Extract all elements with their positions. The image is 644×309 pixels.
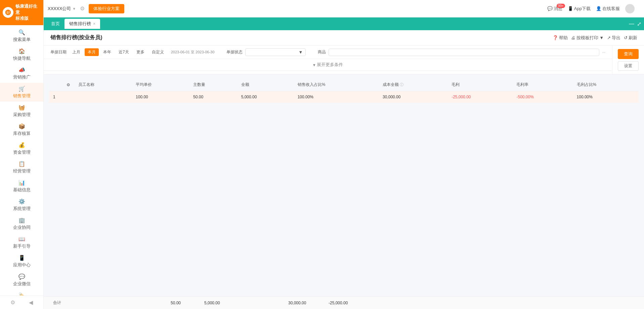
- table-body: 1 100.00 50.00 5,000.00 100.00% 30,000.0…: [49, 91, 639, 103]
- footer-label: 合计: [49, 300, 167, 306]
- sidebar-item-system[interactable]: ⚙️系统管理: [0, 196, 43, 214]
- col-qty: 主数量: [189, 79, 237, 91]
- query-side: 查询 设置: [612, 46, 644, 74]
- date-btn-custom[interactable]: 自定义: [149, 48, 167, 56]
- sidebar-icon-system: ⚙️: [18, 198, 25, 205]
- sidebar-icon-enterprise: 🏢: [18, 217, 25, 223]
- cell-settings: [62, 91, 74, 103]
- date-btn-last-month[interactable]: 上月: [69, 48, 83, 56]
- company-name: XXXXX公司: [48, 6, 71, 12]
- table-row: 1 100.00 50.00 5,000.00 100.00% 30,000.0…: [49, 91, 639, 103]
- sidebar-item-inventory[interactable]: 📦库存核算: [0, 120, 43, 139]
- tab-sales-ranking[interactable]: 销售排行榜 ×: [65, 19, 100, 29]
- status-label: 单据状态: [226, 49, 243, 55]
- query-button[interactable]: 查询: [618, 49, 639, 59]
- sidebar-icon-operations: 📋: [18, 161, 25, 167]
- template-print-btn[interactable]: 🖨 按模板打印 ▼: [571, 35, 604, 41]
- sidebar-label-system: 系统管理: [13, 206, 31, 212]
- print-dropdown-icon: ▼: [599, 35, 604, 40]
- sidebar-footer: ⚙ ◀: [0, 296, 43, 309]
- expand-more-btn[interactable]: ▾ 展开更多条件: [309, 60, 347, 69]
- tab-label: 销售排行榜: [69, 21, 91, 27]
- status-filter: 单据状态 ▼: [226, 48, 306, 56]
- sidebar-label-operations: 经营管理: [13, 168, 31, 174]
- sidebar-icon-marketing: 📣: [18, 67, 25, 73]
- goods-more-icon[interactable]: ···: [602, 50, 605, 55]
- export-btn[interactable]: ↗ 导出: [607, 35, 620, 41]
- company-selector[interactable]: XXXXX公司 ▼: [48, 6, 76, 12]
- cell-employee: [74, 91, 132, 103]
- settings-footer-icon[interactable]: ⚙: [10, 299, 15, 306]
- content-area: 销售排行榜(按业务员) ❓ 帮助 🖨 按模板打印 ▼ ↗ 导出 ↺ 刷新: [44, 30, 644, 309]
- refresh-btn[interactable]: ↺ 刷新: [624, 35, 637, 41]
- collapse-icon[interactable]: ◀: [29, 299, 33, 306]
- col-avg-price: 平均单价: [132, 79, 189, 91]
- sidebar-item-guide[interactable]: 📖新手引导: [0, 233, 43, 252]
- settings-button[interactable]: 设置: [618, 61, 639, 71]
- help-icon: ❓: [553, 35, 558, 40]
- minimize-icon[interactable]: —: [629, 21, 634, 27]
- cell-gross-profit: -25,000.00: [447, 91, 512, 103]
- sidebar-item-operations[interactable]: 📋经营管理: [0, 158, 43, 177]
- sidebar-item-purchase[interactable]: 🧺采购管理: [0, 102, 43, 120]
- page-actions: ❓ 帮助 🖨 按模板打印 ▼ ↗ 导出 ↺ 刷新: [553, 35, 637, 41]
- sidebar-item-weixin[interactable]: 💬企业微信: [0, 271, 43, 290]
- date-label: 单据日期: [50, 49, 67, 55]
- main-area: XXXXX公司 ▼ ⚙ 体验行业方案 💬 消息 99+ 📱 App下载 👤 在线…: [44, 0, 644, 309]
- sidebar-item-quick-nav[interactable]: 🏠快捷导航: [0, 45, 43, 64]
- sidebar-item-marketing[interactable]: 📣营销推广: [0, 64, 43, 83]
- col-gross-profit: 毛利: [447, 79, 512, 91]
- date-btn-this-month[interactable]: 本月: [85, 48, 99, 56]
- sidebar-item-finance[interactable]: 💰资金管理: [0, 139, 43, 158]
- status-dropdown-icon: ▼: [298, 50, 303, 55]
- help-btn[interactable]: ❓ 帮助: [553, 35, 568, 41]
- status-select[interactable]: ▼: [245, 48, 306, 56]
- sidebar-item-search[interactable]: 🔍搜索菜单: [0, 27, 43, 45]
- sidebar-label-enterprise: 企业协同: [13, 224, 31, 230]
- sidebar-label-search: 搜索菜单: [13, 37, 31, 43]
- goods-label: 商品: [318, 49, 326, 55]
- tab-home[interactable]: 首页: [46, 18, 65, 30]
- date-btn-7days[interactable]: 近7天: [116, 48, 132, 56]
- col-settings[interactable]: ⚙: [62, 79, 74, 91]
- maximize-icon[interactable]: ⤢: [637, 21, 641, 27]
- avatar[interactable]: [625, 4, 635, 13]
- sidebar-item-sales[interactable]: 🛒销售管理: [0, 83, 43, 102]
- svg-text:好: 好: [6, 10, 10, 14]
- goods-filter: 商品 ···: [318, 49, 605, 56]
- col-cost: 成本全额 ⓘ: [379, 79, 447, 91]
- table-wrap: ⚙ 员工名称 平均单价 主数量 全额 销售收入占比% 成本全额 ⓘ 毛利 毛利率…: [44, 74, 644, 296]
- sidebar-label-marketing: 营销推广: [13, 74, 31, 80]
- goods-input[interactable]: [329, 49, 599, 56]
- col-gross-pct: 毛利占比%: [573, 79, 639, 91]
- sidebar-item-enterprise[interactable]: 🏢企业协同: [0, 214, 43, 233]
- topbar-settings-icon[interactable]: ⚙: [80, 5, 85, 12]
- service-btn[interactable]: 👤 在线客服: [596, 6, 620, 12]
- date-range-display: 2023-06-01 至 2023-06-30: [171, 50, 215, 55]
- sidebar-icon-search: 🔍: [18, 29, 25, 36]
- date-btn-this-year[interactable]: 本年: [100, 48, 114, 56]
- sidebar-item-app-center[interactable]: 📱应用中心: [0, 252, 43, 271]
- app-download-btn[interactable]: 📱 App下载: [568, 6, 591, 12]
- sidebar-label-inventory: 库存核算: [13, 131, 31, 137]
- sidebar-icon-inventory: 📦: [18, 123, 25, 130]
- cell-sales-pct: 100.00%: [294, 91, 379, 103]
- message-badge: 99+: [557, 4, 565, 8]
- date-filter: 单据日期 上月 本月 本年 近7天 更多 自定义 2023-06-01 至 20…: [50, 48, 214, 56]
- col-employee: 员工名称: [74, 79, 132, 91]
- sidebar-item-member[interactable]: 🏷️畅会员: [0, 290, 43, 296]
- message-btn[interactable]: 💬 消息 99+: [547, 6, 562, 12]
- expand-arrow-icon: ▾: [313, 62, 315, 67]
- sidebar-item-basics[interactable]: 📊基础信息: [0, 177, 43, 196]
- trial-btn[interactable]: 体验行业方案: [89, 4, 124, 13]
- sidebar-label-guide: 新手引导: [13, 243, 31, 249]
- date-btn-more[interactable]: 更多: [133, 48, 147, 56]
- filter-section: 单据日期 上月 本月 本年 近7天 更多 自定义 2023-06-01 至 20…: [44, 46, 644, 74]
- sidebar-icon-purchase: 🧺: [18, 104, 25, 111]
- tab-close-icon[interactable]: ×: [93, 21, 95, 26]
- refresh-icon: ↺: [624, 35, 628, 40]
- table-header: ⚙ 员工名称 平均单价 主数量 全额 销售收入占比% 成本全额 ⓘ 毛利 毛利率…: [49, 79, 639, 91]
- table-footer: 合计 50.00 5,000.00 30,000.00 -25,000.00: [44, 296, 644, 309]
- sidebar-icon-quick-nav: 🏠: [18, 48, 25, 54]
- sidebar-icon-basics: 📊: [18, 179, 25, 186]
